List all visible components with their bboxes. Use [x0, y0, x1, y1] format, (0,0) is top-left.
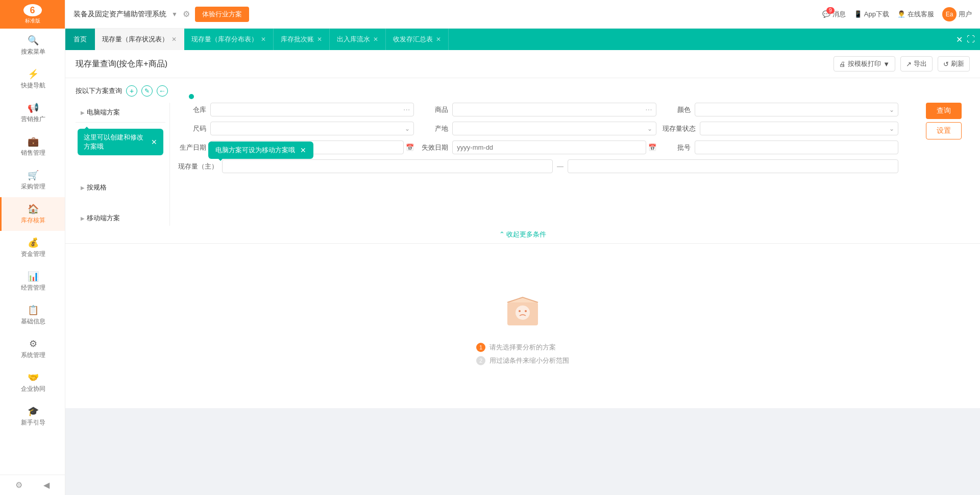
- tab-stock-status-close[interactable]: ✕: [172, 36, 177, 43]
- goods-dots-btn[interactable]: ···: [645, 105, 652, 114]
- tab-actions: ✕ ⛶: [951, 29, 980, 50]
- sidebar-item-quicknav[interactable]: ⚡ 快捷导航: [0, 62, 65, 96]
- sidebar-item-marketing[interactable]: 📢 营销推广: [0, 96, 65, 130]
- tab-in-out-flow-label: 出入库流水: [337, 35, 370, 44]
- prod-date-cal-icon[interactable]: 📅: [406, 144, 414, 151]
- tooltip1-text: 电脑方案可设为移动方案哦: [215, 146, 295, 155]
- industry-btn[interactable]: 体验行业方案: [195, 7, 249, 22]
- sidebar-item-operations[interactable]: 📊 经营管理: [0, 265, 65, 298]
- tab-stock-status[interactable]: 现存量（库存状况表） ✕: [95, 29, 184, 50]
- tab-stock-dist-label: 现存量（库存分布表）: [191, 35, 258, 44]
- sidebar-item-finance[interactable]: 💰 资金管理: [0, 231, 65, 265]
- tab-stock-dist-close[interactable]: ✕: [261, 36, 266, 43]
- tab-close-all-icon[interactable]: ✕: [956, 35, 963, 44]
- sidebar: 6 标准版 🔍 搜索菜单 ⚡ 快捷导航 📢 营销推广 💼 销售管理 🛒 采购管理…: [0, 0, 65, 495]
- tab-recv-send-summary-close[interactable]: ✕: [436, 36, 441, 43]
- btn-refresh[interactable]: ↺ 刷新: [938, 56, 970, 72]
- collapse-sidebar-btn[interactable]: ◀: [43, 480, 50, 490]
- logo-icon: 6: [23, 4, 42, 16]
- enterprise-icon: 🤝: [28, 372, 39, 383]
- sidebar-item-purchase[interactable]: 🛒 采购管理: [0, 163, 65, 197]
- btn-search[interactable]: 查询: [926, 103, 962, 119]
- color-select[interactable]: [695, 103, 898, 116]
- inventory-icon: 🏠: [28, 203, 39, 215]
- notification-count: 9: [826, 7, 835, 14]
- tab-in-out-flow-close[interactable]: ✕: [373, 36, 378, 43]
- tab-home-label: 首页: [74, 35, 87, 44]
- stock-status-select[interactable]: [700, 122, 898, 135]
- tooltip1-close-btn[interactable]: ✕: [300, 146, 306, 154]
- origin-select[interactable]: [452, 122, 656, 135]
- user-action[interactable]: Ea 用户: [942, 7, 972, 21]
- expire-date-cal-icon[interactable]: 📅: [648, 144, 656, 151]
- tab-home[interactable]: 首页: [65, 29, 95, 50]
- empty-step-2-text: 用过滤条件来缩小分析范围: [489, 354, 569, 367]
- size-select[interactable]: [210, 122, 414, 135]
- filter-back-btn[interactable]: ←: [157, 85, 168, 97]
- online-service-action[interactable]: 👨‍💼 在线客服: [897, 10, 934, 19]
- tooltip-desktop-to-mobile: 电脑方案可设为移动方案哦 ✕: [208, 142, 313, 159]
- sidebar-item-search[interactable]: 🔍 搜索菜单: [0, 29, 65, 62]
- tooltip2-close-btn[interactable]: ✕: [151, 138, 157, 146]
- tab-batch-account-close[interactable]: ✕: [317, 36, 322, 43]
- top-header: 装备及固定资产辅助管理系统 ▼ ⚙ 体验行业方案 💬 9 消息 📱 App下载 …: [65, 0, 980, 29]
- app-download-action[interactable]: 📱 App下载: [854, 10, 889, 19]
- tab-in-out-flow[interactable]: 出入库流水 ✕: [330, 29, 386, 50]
- tab-stock-dist[interactable]: 现存量（库存分布表） ✕: [184, 29, 274, 50]
- expire-date-from[interactable]: [452, 140, 646, 154]
- filter-field-warehouse: 仓库 ···: [178, 103, 414, 116]
- page-header: 现存量查询(按仓库+商品) 🖨 按模板打印 ▼ ↗ 导出 ↺ 刷新: [65, 50, 980, 78]
- scenario-desktop-label: 电脑端方案: [87, 108, 120, 117]
- system-name: 装备及固定资产辅助管理系统: [74, 10, 166, 19]
- stock-qty-to[interactable]: [568, 159, 898, 173]
- tab-batch-account[interactable]: 库存批次账 ✕: [274, 29, 330, 50]
- tab-recv-send-summary[interactable]: 收发存汇总表 ✕: [386, 29, 449, 50]
- gear-icon[interactable]: ⚙: [183, 9, 190, 19]
- filter-field-stock-status: 现存量状态: [663, 122, 898, 135]
- settings-bottom-btn[interactable]: ⚙: [15, 480, 22, 490]
- sidebar-item-basic-info[interactable]: 📋 基础信息: [0, 298, 65, 332]
- scenario-desktop-item[interactable]: ▶ 电脑端方案: [76, 105, 165, 120]
- collapse-bar[interactable]: ⌃ 收起更多条件: [76, 226, 970, 243]
- filter-field-color: 颜色: [663, 103, 898, 116]
- scenario-mobile-label: 移动端方案: [87, 214, 120, 223]
- btn-export[interactable]: ↗ 导出: [900, 56, 933, 72]
- warehouse-input[interactable]: [210, 103, 414, 116]
- warehouse-dots-btn[interactable]: ···: [403, 105, 410, 114]
- sidebar-item-system[interactable]: ⚙ 系统管理: [0, 332, 65, 366]
- system-dropdown-icon[interactable]: ▼: [172, 11, 178, 18]
- notification-action[interactable]: 💬 9 消息: [822, 10, 846, 19]
- system-icon: ⚙: [29, 338, 37, 349]
- scenario-mobile-section: ▶ 移动端方案: [76, 195, 165, 226]
- sidebar-item-enterprise[interactable]: 🤝 企业协同: [0, 366, 65, 399]
- sidebar-item-search-label: 搜索菜单: [21, 48, 45, 56]
- filter-add-btn[interactable]: +: [126, 85, 137, 97]
- sidebar-item-inventory[interactable]: 🏠 库存核算: [0, 197, 65, 231]
- filter-section: 按以下方案查询 + ✎ ← 电脑方案可设为移动方案哦 ✕ ▶ 电脑端方案: [65, 78, 980, 244]
- phone-icon: 📱: [854, 10, 862, 18]
- sidebar-item-guide[interactable]: 🎓 新手引导: [0, 399, 65, 433]
- filter-edit-btn[interactable]: ✎: [141, 85, 153, 97]
- stock-qty-from[interactable]: [222, 159, 553, 173]
- sidebar-item-finance-label: 资金管理: [21, 250, 45, 258]
- tab-fullscreen-icon[interactable]: ⛶: [967, 35, 975, 44]
- sidebar-item-guide-label: 新手引导: [21, 418, 45, 427]
- btn-set[interactable]: 设置: [926, 122, 962, 139]
- sidebar-item-inventory-label: 库存核算: [21, 216, 45, 225]
- svg-point-2: [519, 310, 521, 312]
- prod-date-label: 生产日期: [178, 143, 206, 152]
- goods-input[interactable]: [452, 103, 656, 116]
- scenario-mobile-item[interactable]: ▶ 移动端方案: [76, 210, 165, 226]
- marketing-icon: 📢: [28, 102, 39, 113]
- origin-select-wrapper: [452, 122, 656, 135]
- btn-template-print[interactable]: 🖨 按模板打印 ▼: [834, 56, 895, 72]
- batch-input[interactable]: [695, 140, 898, 154]
- collapse-label: 收起更多条件: [506, 230, 546, 238]
- filter-label: 按以下方案查询: [76, 86, 122, 96]
- operations-icon: 📊: [28, 271, 39, 282]
- color-select-wrapper: [695, 103, 898, 116]
- expand-icon: ▶: [81, 110, 85, 115]
- sidebar-nav: 🔍 搜索菜单 ⚡ 快捷导航 📢 营销推广 💼 销售管理 🛒 采购管理 🏠 库存核…: [0, 29, 65, 475]
- scenario-sub-item[interactable]: ▶ 按规格: [76, 180, 165, 195]
- sidebar-item-sales[interactable]: 💼 销售管理: [0, 130, 65, 163]
